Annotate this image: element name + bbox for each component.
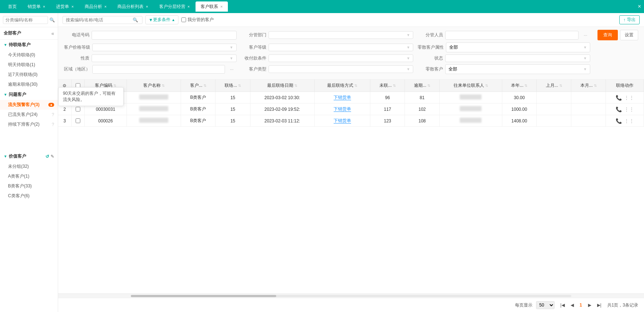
action-more-icon[interactable]: ⋮⋮ bbox=[624, 106, 634, 112]
col-overdue: 逾期...⇅ bbox=[405, 80, 439, 92]
sort-type[interactable]: ⇅ bbox=[204, 84, 206, 88]
phone-input[interactable] bbox=[92, 31, 237, 40]
export-icon: ↑ bbox=[623, 17, 625, 23]
region-input[interactable] bbox=[92, 65, 225, 74]
window-close-button[interactable]: × bbox=[638, 3, 641, 10]
sidebar-item-ungroup[interactable]: 未分组(32) bbox=[0, 162, 58, 171]
sidebar-root-label: 全部客户 bbox=[4, 30, 21, 36]
page-size-select[interactable]: 50 20 100 bbox=[536, 301, 555, 309]
tab-sales[interactable]: 销货单 × bbox=[23, 1, 50, 12]
retail-customer-select[interactable]: 全部 ▼ bbox=[445, 64, 590, 74]
sidebar-item-overdue[interactable]: 逾期未联络(30) bbox=[0, 80, 58, 89]
row-action: 📞 ⋮⋮ bbox=[606, 92, 644, 104]
tab-purchase[interactable]: 进货单 × bbox=[51, 1, 79, 12]
sidebar-group-value[interactable]: ▼ 价值客户 ↺ ✎ bbox=[0, 151, 58, 162]
customer-type-select[interactable]: ▼ bbox=[269, 65, 414, 73]
region-more[interactable]: ··· bbox=[227, 67, 237, 72]
sidebar-search-input[interactable] bbox=[3, 16, 48, 24]
sort-last-way[interactable]: ⇅ bbox=[354, 84, 357, 88]
sort-unit-contact[interactable]: ⇅ bbox=[485, 84, 488, 88]
row-last-way-link[interactable]: 下销货单 bbox=[334, 118, 351, 123]
sort-overdue[interactable]: ⇅ bbox=[427, 84, 430, 88]
dept-select[interactable]: ▼ bbox=[269, 31, 414, 39]
value-refresh-icon[interactable]: ↺ bbox=[45, 154, 49, 159]
tab-customer-layer[interactable]: 客户分层经营 × bbox=[154, 1, 195, 12]
tab-customer-layer-close[interactable]: × bbox=[188, 4, 190, 9]
sidebar-item-churned[interactable]: 已流失客户(24) ? bbox=[0, 110, 58, 119]
sidebar-item-a-class[interactable]: A类客户(1) bbox=[0, 171, 58, 181]
tab-customer-contact-close[interactable]: × bbox=[220, 4, 222, 9]
row-action: 📞 ⋮⋮ bbox=[606, 115, 644, 127]
dept-arrow: ▼ bbox=[406, 33, 410, 37]
tab-analysis-list-close[interactable]: × bbox=[146, 4, 148, 9]
row-last-way-link[interactable]: 下销货单 bbox=[334, 106, 351, 112]
sidebar-item-b-class[interactable]: B类客户(33) bbox=[0, 181, 58, 191]
sidebar-item-declining[interactable]: 持续下滑客户(2) ? bbox=[0, 119, 58, 129]
sort-last-date[interactable]: ⇅ bbox=[294, 84, 297, 88]
sidebar-item-tomorrow[interactable]: 明天待联络(1) bbox=[0, 60, 58, 70]
action-more-icon[interactable]: ⋮⋮ bbox=[624, 118, 634, 124]
page-prev[interactable]: ◀ bbox=[568, 302, 576, 308]
search-input[interactable] bbox=[66, 17, 131, 23]
tab-customer-layer-label: 客户分层经营 bbox=[159, 4, 185, 10]
value-arrow: ▼ bbox=[4, 154, 7, 158]
sidebar-group-pending[interactable]: ▼ 待联络客户 bbox=[0, 40, 58, 50]
nature-select[interactable]: ▼ bbox=[92, 54, 237, 62]
row-overdue: 81 bbox=[405, 92, 439, 104]
declining-question-icon[interactable]: ? bbox=[52, 122, 54, 127]
my-customers-label[interactable]: 我分管的客户 bbox=[181, 17, 214, 23]
tab-sales-close[interactable]: × bbox=[43, 4, 45, 9]
churned-question-icon[interactable]: ? bbox=[52, 112, 54, 117]
value-group-label: 价值客户 bbox=[9, 153, 26, 159]
payment-select[interactable]: ▼ bbox=[269, 54, 414, 62]
h-scrollbar-track[interactable] bbox=[131, 295, 571, 297]
page-last[interactable]: ▶| bbox=[595, 302, 604, 308]
tab-analysis[interactable]: 商品分析 × bbox=[80, 1, 112, 12]
row-select-checkbox[interactable] bbox=[76, 107, 80, 112]
sidebar-collapse-icon[interactable]: « bbox=[51, 31, 54, 36]
filter-btn[interactable]: ▼ 更多条件 ▲ bbox=[145, 15, 178, 24]
h-scrollbar-thumb[interactable] bbox=[131, 295, 276, 297]
sidebar-search-icon[interactable]: 🔍 bbox=[49, 17, 55, 23]
manager-input[interactable] bbox=[445, 31, 579, 40]
price-level-select[interactable]: ▼ bbox=[92, 44, 237, 51]
h-scrollbar[interactable] bbox=[58, 293, 644, 298]
action-phone-icon[interactable]: 📞 bbox=[616, 118, 622, 124]
setting-btn[interactable]: 设置 bbox=[620, 30, 638, 40]
status-select[interactable]: ▼ bbox=[445, 54, 590, 62]
filter-customer-type: 客户类型 ▼ bbox=[241, 65, 414, 73]
value-edit-icon[interactable]: ✎ bbox=[51, 154, 54, 159]
row-unit-contact bbox=[439, 92, 502, 104]
export-btn[interactable]: ↑ 导出 bbox=[619, 15, 640, 24]
sort-last-month[interactable]: ⇅ bbox=[559, 84, 562, 88]
sidebar-group-problem[interactable]: ▼ 问题客户 bbox=[0, 89, 58, 100]
manager-more[interactable]: ··· bbox=[581, 33, 590, 38]
tab-analysis-close[interactable]: × bbox=[104, 4, 106, 9]
sidebar-item-churn-warning[interactable]: 流失预警客户(3) ● bbox=[0, 100, 58, 110]
sidebar-item-7days[interactable]: 近7天待联络(0) bbox=[0, 70, 58, 80]
my-customers-checkbox[interactable] bbox=[181, 17, 186, 22]
retail-attr-select[interactable]: 全部 ▼ bbox=[446, 42, 590, 52]
action-more-icon[interactable]: ⋮⋮ bbox=[624, 95, 634, 101]
row-select-checkbox[interactable] bbox=[76, 118, 80, 123]
sidebar-item-c-class[interactable]: C类客户(6) bbox=[0, 191, 58, 201]
sort-contact[interactable]: ⇅ bbox=[238, 84, 241, 88]
search-submit-icon[interactable]: 🔍 bbox=[133, 17, 138, 23]
sort-no-contact[interactable]: ⇅ bbox=[393, 84, 396, 88]
tab-analysis-list[interactable]: 商品分析列表 × bbox=[112, 1, 153, 12]
sort-this-year[interactable]: ⇅ bbox=[524, 84, 527, 88]
query-btn[interactable]: 查询 bbox=[597, 30, 618, 40]
row-last-way-link[interactable]: 下销货单 bbox=[334, 95, 351, 100]
sort-name[interactable]: ⇅ bbox=[162, 84, 165, 88]
page-first[interactable]: |◀ bbox=[558, 302, 567, 308]
customer-level-label: 客户等级 bbox=[241, 44, 266, 50]
action-phone-icon[interactable]: 📞 bbox=[616, 95, 622, 101]
customer-level-select[interactable]: ▼ bbox=[269, 44, 414, 51]
sidebar-item-today[interactable]: 今天待联络(0) bbox=[0, 50, 58, 60]
page-next[interactable]: ▶ bbox=[586, 302, 593, 308]
sort-this-month[interactable]: ⇅ bbox=[594, 84, 597, 88]
tab-purchase-close[interactable]: × bbox=[71, 4, 73, 9]
action-phone-icon[interactable]: 📞 bbox=[616, 106, 622, 112]
tab-home[interactable]: 首页 bbox=[3, 1, 22, 12]
tab-customer-contact[interactable]: 客户联系 × bbox=[196, 1, 228, 12]
